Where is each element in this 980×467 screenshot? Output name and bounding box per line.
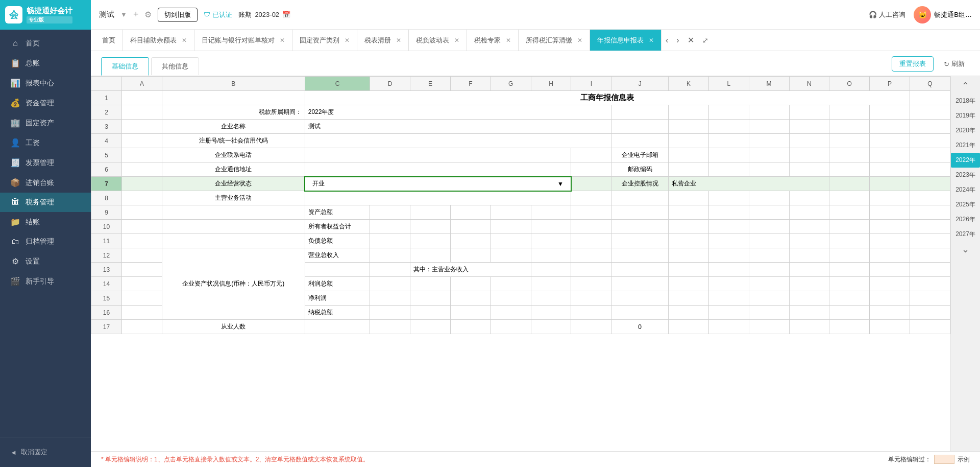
cell-3p[interactable] — [870, 120, 910, 134]
cell-9b[interactable] — [162, 205, 305, 220]
cell-6k[interactable] — [668, 162, 708, 177]
cell-7i[interactable] — [571, 177, 611, 191]
cell-16q[interactable] — [910, 306, 950, 320]
cell-12q[interactable] — [910, 248, 950, 263]
cell-9n[interactable] — [789, 205, 829, 220]
cell-10q[interactable] — [910, 220, 950, 234]
cell-17l[interactable] — [708, 320, 749, 334]
cell-12g[interactable] — [491, 248, 531, 263]
cell-10n[interactable] — [789, 220, 829, 234]
cell-16p[interactable] — [870, 306, 910, 320]
sidebar-item-invoice[interactable]: 🧾发票管理 — [0, 153, 91, 173]
calendar-icon[interactable]: 📅 — [282, 11, 290, 18]
tab-subsidiary-balance[interactable]: 科目辅助余额表 ✕ — [123, 30, 194, 51]
cell-12f[interactable] — [450, 248, 491, 263]
cell-5l[interactable] — [708, 148, 749, 162]
cell-2o[interactable] — [829, 105, 870, 120]
tab-tax-burden[interactable]: 税负波动表 ✕ — [409, 30, 467, 51]
cell-5k[interactable] — [668, 148, 708, 162]
cell-4c[interactable] — [305, 134, 611, 148]
cell-13l[interactable] — [708, 263, 749, 277]
cell-11i[interactable] — [571, 234, 611, 248]
sidebar-item-payroll[interactable]: 👤工资 — [0, 133, 91, 153]
cell-13a[interactable] — [122, 263, 162, 277]
topbar-add-btn[interactable]: + — [133, 9, 139, 20]
cell-12m[interactable] — [749, 248, 789, 263]
cell-15g[interactable] — [491, 291, 531, 306]
cell-9h[interactable] — [531, 205, 571, 220]
cell-16i[interactable] — [571, 306, 611, 320]
cell-16h[interactable] — [531, 306, 571, 320]
cell-7q[interactable] — [910, 177, 950, 191]
year-scroll-up-btn[interactable]: ⌃ — [951, 78, 980, 94]
sub-tab-other[interactable]: 其他信息 — [151, 57, 199, 75]
cell-17f[interactable] — [450, 320, 491, 334]
cell-4o[interactable] — [829, 134, 870, 148]
cell-14j[interactable] — [611, 277, 669, 291]
cell-9m[interactable] — [749, 205, 789, 220]
cell-1b[interactable] — [162, 91, 305, 105]
cell-11a[interactable] — [122, 234, 162, 248]
sidebar-item-trade[interactable]: 📦进销台账 — [0, 173, 91, 193]
cell-7p[interactable] — [870, 177, 910, 191]
cell-4k[interactable] — [668, 134, 708, 148]
cell-3a[interactable] — [122, 120, 162, 134]
cell-15k[interactable] — [668, 291, 708, 306]
cell-1q[interactable] — [910, 91, 950, 105]
cell-9p[interactable] — [870, 205, 910, 220]
cell-14m[interactable] — [749, 277, 789, 291]
cell-4j[interactable] — [611, 134, 669, 148]
cell-13i[interactable] — [571, 263, 611, 277]
cell-12d[interactable] — [370, 248, 410, 263]
cell-16k[interactable] — [668, 306, 708, 320]
cell-8q[interactable] — [910, 191, 950, 205]
tab-close-btn[interactable]: ✕ — [506, 37, 511, 44]
cell-17m[interactable] — [749, 320, 789, 334]
cell-2n[interactable] — [789, 105, 829, 120]
cell-6q[interactable] — [910, 162, 950, 177]
sub-tab-basic[interactable]: 基础信息 — [101, 57, 149, 76]
cell-6a[interactable] — [122, 162, 162, 177]
cell-7a[interactable] — [122, 177, 162, 191]
cell-3m[interactable] — [749, 120, 789, 134]
cell-16d[interactable] — [370, 306, 410, 320]
cell-17e[interactable] — [410, 320, 451, 334]
sidebar-item-assets[interactable]: 🏢固定资产 — [0, 113, 91, 133]
tabs-next-btn[interactable]: › — [672, 36, 683, 45]
cell-10g[interactable] — [491, 220, 531, 234]
year-item-2021[interactable]: 2021年 — [951, 138, 980, 153]
cell-16j[interactable] — [611, 306, 669, 320]
cell-14e[interactable] — [410, 277, 451, 291]
cell-2l[interactable] — [708, 105, 749, 120]
cell-14g[interactable] — [491, 277, 531, 291]
year-item-2019[interactable]: 2019年 — [951, 108, 980, 123]
cell-17g[interactable] — [491, 320, 531, 334]
cell-13c[interactable] — [305, 263, 370, 277]
cell-9j[interactable] — [611, 205, 669, 220]
cell-3n[interactable] — [789, 120, 829, 134]
cell-15p[interactable] — [870, 291, 910, 306]
tabs-close-all-btn[interactable]: ✕ — [683, 35, 698, 45]
cell-5o[interactable] — [829, 148, 870, 162]
spreadsheet[interactable]: A B C D E F G H I J K L — [91, 76, 950, 451]
cell-8o[interactable] — [829, 191, 870, 205]
cell-14q[interactable] — [910, 277, 950, 291]
cell-10d[interactable] — [370, 220, 410, 234]
tab-close-btn[interactable]: ✕ — [649, 37, 654, 44]
cell-4n[interactable] — [789, 134, 829, 148]
cell-2a[interactable] — [122, 105, 162, 120]
tab-income-tax[interactable]: 所得税汇算清缴 ✕ — [519, 30, 590, 51]
reset-report-btn[interactable]: 重置报表 — [892, 56, 934, 72]
cell-10m[interactable] — [749, 220, 789, 234]
cell-4p[interactable] — [870, 134, 910, 148]
tab-annual-report[interactable]: 年报信息申报表 ✕ — [590, 30, 662, 51]
cell-7k[interactable]: 私营企业 — [668, 177, 829, 191]
cell-8c[interactable] — [305, 191, 571, 205]
cell-16e[interactable] — [410, 306, 451, 320]
cell-6o[interactable] — [829, 162, 870, 177]
cell-14p[interactable] — [870, 277, 910, 291]
cell-13d[interactable] — [370, 263, 410, 277]
cell-5n[interactable] — [789, 148, 829, 162]
cell-11n[interactable] — [789, 234, 829, 248]
cell-6c[interactable] — [305, 162, 571, 177]
